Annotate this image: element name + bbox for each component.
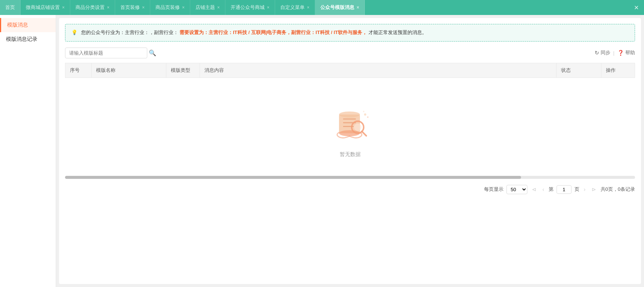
tab-category-settings[interactable]: 商品分类设置 × [70,0,115,15]
empty-text: 暂无数据 [340,151,361,158]
close-tab-store-theme[interactable]: × [217,5,220,10]
close-tab-open-wechat-mall[interactable]: × [267,5,269,10]
next-page-button[interactable]: › [582,186,587,193]
tab-custom-menu[interactable]: 自定义菜单 × [275,0,315,15]
col-header-action: 操作 [601,63,635,77]
prev-page-button[interactable]: ‹ [541,186,546,193]
col-header-content: 消息内容 [200,63,557,77]
sidebar-item-template-message[interactable]: 模版消息 [0,18,56,32]
close-tab-category-settings[interactable]: × [107,5,110,10]
search-right: ↻ 同步 | ❓ 帮助 [595,49,635,56]
page-size-select[interactable]: 50 10 20 100 [506,185,527,194]
search-input[interactable] [65,48,147,58]
empty-state: 暂无数据 [65,78,635,173]
divider: | [613,50,614,56]
help-button[interactable]: ❓ 帮助 [617,49,635,56]
svg-point-11 [363,111,364,112]
first-page-button[interactable]: ⊲ [530,186,538,193]
col-header-seq: 序号 [65,63,92,77]
content-area: 💡 您的公众号行业为：主营行业：，副营行业： 需要设置为：主营行业：IT科技 /… [59,18,641,284]
close-tab-template-message[interactable]: × [357,5,359,10]
search-bar: 🔍 ↻ 同步 | ❓ 帮助 [65,48,635,58]
sidebar-item-template-message-log[interactable]: 模版消息记录 [0,32,56,46]
col-header-type: 模版类型 [166,63,200,77]
sidebar: 模版消息 模版消息记录 [0,15,56,287]
last-page-button[interactable]: ⊳ [590,186,598,193]
tab-template-message[interactable]: 公众号模版消息 × [315,0,365,15]
page-size-label: 每页显示 [484,186,503,193]
page-label: 页 [574,186,579,193]
main-layout: 模版消息 模版消息记录 💡 您的公众号行业为：主营行业：，副营行业： 需要设置为… [0,15,644,287]
sync-button[interactable]: ↻ 同步 [595,49,610,56]
close-tab-custom-menu[interactable]: × [307,5,309,10]
close-tab-shop-settings[interactable]: × [62,5,65,10]
tab-home[interactable]: 首页 [0,0,21,15]
data-table: 序号 模版名称 模版类型 消息内容 状态 操作 [65,63,635,173]
pagination: 每页显示 50 10 20 100 ⊲ ‹ 第 页 › ⊳ 共0页，0条记录 [65,182,635,197]
horizontal-scrollbar[interactable] [65,176,635,179]
search-left: 🔍 [65,48,156,58]
tab-shop-settings[interactable]: 微商城店铺设置 × [21,0,70,15]
close-tab-product-decoration[interactable]: × [182,5,185,10]
help-icon: ❓ [617,50,624,56]
tab-open-wechat-mall[interactable]: 开通公众号商城 × [225,0,275,15]
search-icon: 🔍 [149,50,156,56]
col-header-status: 状态 [557,63,601,77]
page-total: 共0页，0条记录 [601,186,635,193]
svg-line-8 [362,131,366,136]
scroll-thumb[interactable] [65,176,521,179]
tab-store-theme[interactable]: 店铺主题 × [190,0,225,15]
col-header-name: 模版名称 [92,63,166,77]
close-tab-home-decoration[interactable]: × [142,5,145,10]
close-all-tabs[interactable]: ✕ [629,4,644,11]
svg-point-10 [367,116,369,118]
svg-point-9 [364,113,366,116]
page-number-input[interactable] [557,185,571,194]
tab-product-decoration[interactable]: 商品页装修 × [150,0,190,15]
top-nav: 首页 微商城店铺设置 × 商品分类设置 × 首页装修 × 商品页装修 × 店铺主… [0,0,644,15]
notice-box: 💡 您的公众号行业为：主营行业：，副营行业： 需要设置为：主营行业：IT科技 /… [65,24,635,42]
sync-icon: ↻ [595,50,599,56]
page-prefix: 第 [549,186,554,193]
empty-illustration [328,100,373,145]
search-button[interactable]: 🔍 [149,49,156,57]
tab-home-decoration[interactable]: 首页装修 × [115,0,150,15]
svg-point-7 [354,123,361,131]
notice-icon: 💡 [71,30,77,35]
